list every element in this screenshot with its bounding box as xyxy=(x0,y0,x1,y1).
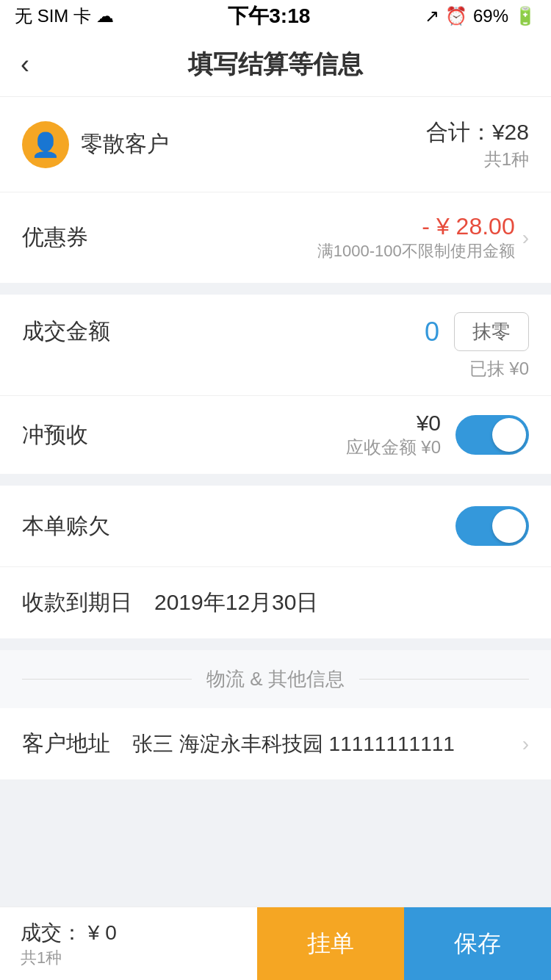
status-bar: 无 SIM 卡 ☁ 下午3:18 ↗ ⏰ 69% 🔋 xyxy=(0,0,551,32)
chevron-right-icon: › xyxy=(522,226,529,250)
page-title: 填写结算等信息 xyxy=(188,48,363,82)
advance-right: ¥0 应收金额 ¥0 xyxy=(346,411,529,459)
save-button[interactable]: 保存 xyxy=(404,907,551,980)
debt-row: 本单赊欠 xyxy=(0,486,551,566)
debt-toggle-knob xyxy=(492,509,526,543)
toggle-knob xyxy=(492,418,526,452)
bottom-bar: 成交： ¥ 0 共1种 挂单 保存 xyxy=(0,907,551,980)
customer-total: 合计：¥28 共1种 xyxy=(426,118,529,171)
deal-section: 成交金额 0 抹零 已抹 ¥0 冲预收 ¥0 应收金额 ¥0 xyxy=(0,295,551,474)
customer-left: 👤 零散客户 xyxy=(22,121,169,168)
alarm-icon: ⏰ xyxy=(445,6,467,26)
bottom-deal-amount: ¥ 0 xyxy=(88,921,117,944)
deal-amount-right: 0 抹零 xyxy=(425,312,529,351)
advance-toggle[interactable] xyxy=(455,415,529,455)
coupon-description: 满1000-100不限制使用金额 xyxy=(317,240,515,262)
coupon-info: - ¥ 28.00 满1000-100不限制使用金额 xyxy=(317,213,515,262)
address-chevron-icon: › xyxy=(522,732,529,756)
bottom-deal-label: 成交： xyxy=(21,921,82,944)
due-date-value[interactable]: 2019年12月30日 xyxy=(154,588,318,618)
deal-amount-label: 成交金额 xyxy=(22,317,110,347)
status-time: 下午3:18 xyxy=(228,2,310,30)
address-row[interactable]: 客户地址 张三 海淀永丰科技园 11111111111 › xyxy=(0,708,551,779)
coupon-right: - ¥ 28.00 满1000-100不限制使用金额 › xyxy=(317,213,529,262)
debt-label: 本单赊欠 xyxy=(22,511,110,541)
logistics-label: 物流 & 其他信息 xyxy=(206,666,345,692)
customer-row: 👤 零散客户 合计：¥28 共1种 xyxy=(0,97,551,192)
deal-sub-text: 已抹 ¥0 xyxy=(0,357,551,395)
logistics-section: 物流 & 其他信息 客户地址 张三 海淀永丰科技园 11111111111 › xyxy=(0,650,551,779)
advance-label: 冲预收 xyxy=(22,420,88,450)
nav-bar: ‹ 填写结算等信息 xyxy=(0,32,551,97)
advance-row: 冲预收 ¥0 应收金额 ¥0 xyxy=(0,395,551,474)
back-button[interactable]: ‹ xyxy=(21,49,29,80)
address-label: 客户地址 xyxy=(22,729,110,759)
status-left: 无 SIM 卡 ☁ xyxy=(15,4,114,28)
coupon-label: 优惠券 xyxy=(22,223,88,253)
battery-icon: 🔋 xyxy=(514,6,536,26)
sim-status: 无 SIM 卡 ☁ xyxy=(15,4,114,28)
status-right: ↗ ⏰ 69% 🔋 xyxy=(425,6,536,26)
coupon-row[interactable]: 优惠券 - ¥ 28.00 满1000-100不限制使用金额 › xyxy=(0,192,551,283)
round-button[interactable]: 抹零 xyxy=(454,312,529,351)
coupon-discount: - ¥ 28.00 xyxy=(317,213,515,240)
total-amount: 合计：¥28 xyxy=(426,118,529,148)
customer-section: 👤 零散客户 合计：¥28 共1种 优惠券 - ¥ 28.00 满1000-10… xyxy=(0,97,551,283)
deal-amount-value[interactable]: 0 xyxy=(425,317,439,347)
bottom-count: 共1种 xyxy=(21,947,237,969)
bottom-info: 成交： ¥ 0 共1种 xyxy=(0,907,257,980)
due-date-label: 收款到期日 xyxy=(22,588,132,618)
advance-amount: ¥0 xyxy=(346,411,441,436)
deal-amount-row: 成交金额 0 抹零 xyxy=(0,295,551,357)
battery-level: 69% xyxy=(473,6,508,26)
due-date-row: 收款到期日 2019年12月30日 xyxy=(0,566,551,638)
hold-button-label: 挂单 xyxy=(307,928,354,960)
hold-button[interactable]: 挂单 xyxy=(257,907,404,980)
location-icon: ↗ xyxy=(425,6,439,26)
bottom-deal: 成交： ¥ 0 xyxy=(21,919,237,947)
avatar: 👤 xyxy=(22,121,69,168)
address-value: 张三 海淀永丰科技园 11111111111 xyxy=(132,730,522,758)
customer-name: 零散客户 xyxy=(81,129,169,159)
advance-sub: 应收金额 ¥0 xyxy=(346,436,441,459)
debt-toggle[interactable] xyxy=(455,506,529,546)
total-count: 共1种 xyxy=(426,148,529,171)
avatar-icon: 👤 xyxy=(31,131,60,159)
debt-section: 本单赊欠 收款到期日 2019年12月30日 xyxy=(0,486,551,638)
logistics-header: 物流 & 其他信息 xyxy=(0,650,551,708)
save-button-label: 保存 xyxy=(454,928,501,960)
advance-info: ¥0 应收金额 ¥0 xyxy=(346,411,441,459)
